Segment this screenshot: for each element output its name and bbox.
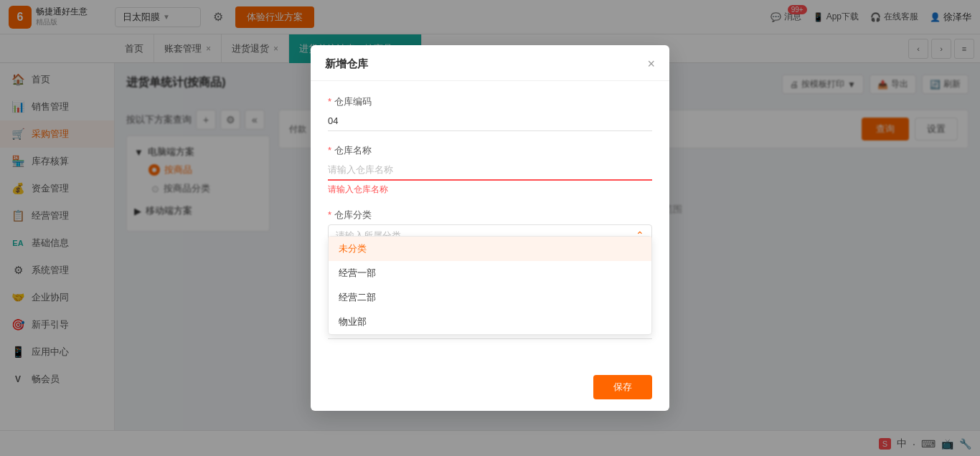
form-row-category: 仓库分类 ⌃ 未分类 经营一部 经营二部 物业部 xyxy=(328,209,652,246)
modal-close-button[interactable]: × xyxy=(647,57,655,72)
code-label: 仓库编码 xyxy=(328,95,652,108)
modal-body: 仓库编码 仓库名称 请输入仓库名称 仓库分类 ⌃ 未分类 经营一部 xyxy=(311,81,669,366)
modal-title: 新增仓库 xyxy=(325,57,368,71)
dropdown-item-dept2[interactable]: 经营二部 xyxy=(329,285,651,310)
code-input[interactable] xyxy=(328,111,652,131)
save-button[interactable]: 保存 xyxy=(593,375,652,399)
dropdown-item-uncategorized[interactable]: 未分类 xyxy=(329,237,651,261)
dropdown-item-dept3[interactable]: 物业部 xyxy=(329,310,651,334)
category-label: 仓库分类 xyxy=(328,209,652,222)
modal-footer: 保存 xyxy=(311,366,669,411)
name-label: 仓库名称 xyxy=(328,144,652,157)
new-warehouse-modal: 新增仓库 × 仓库编码 仓库名称 请输入仓库名称 仓库分类 ⌃ xyxy=(311,45,669,411)
name-error-text: 请输入仓库名称 xyxy=(328,184,652,196)
dropdown-item-dept1[interactable]: 经营一部 xyxy=(329,261,651,285)
form-row-name: 仓库名称 请输入仓库名称 xyxy=(328,144,652,196)
form-row-code: 仓库编码 xyxy=(328,95,652,131)
modal-overlay[interactable]: 新增仓库 × 仓库编码 仓库名称 请输入仓库名称 仓库分类 ⌃ xyxy=(0,0,980,456)
category-dropdown: 未分类 经营一部 经营二部 物业部 xyxy=(328,236,652,335)
modal-header: 新增仓库 × xyxy=(311,45,669,81)
name-input[interactable] xyxy=(328,160,652,181)
